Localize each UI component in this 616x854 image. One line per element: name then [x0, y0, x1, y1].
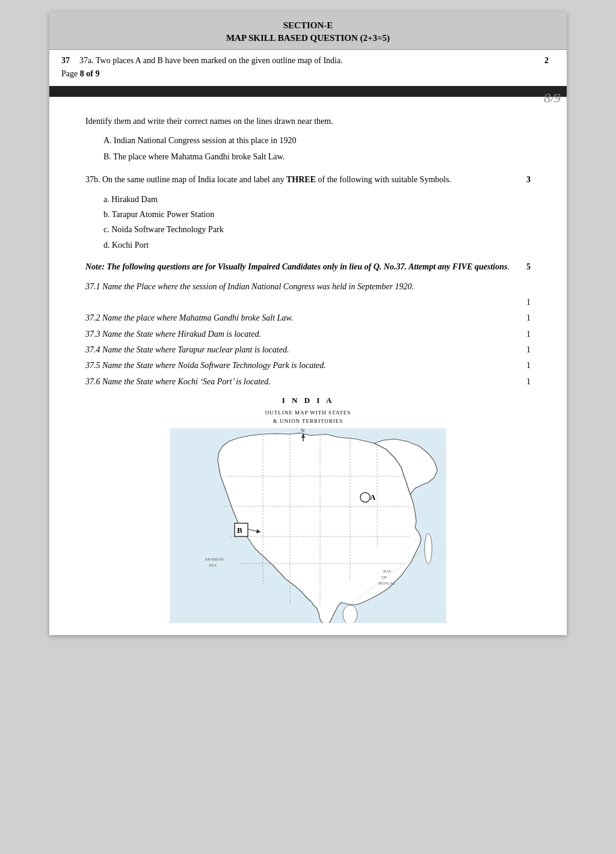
map-container: I N D I A OUTLINE MAP WITH STATES& UNION…: [85, 395, 531, 623]
vi-q37-2-marks: 1: [519, 312, 531, 325]
svg-point-10: [343, 605, 357, 623]
map-box: I N D I A OUTLINE MAP WITH STATES& UNION…: [170, 395, 446, 623]
vi-q37-2-text: 37.2 Name the place where Mahatma Gandhi…: [85, 312, 519, 325]
vi-q37-5-row: 37.5 Name the State where Noida Software…: [85, 359, 531, 372]
q37b-marks: 3: [519, 173, 531, 186]
vi-q37-6-marks: 1: [519, 375, 531, 389]
svg-text:SEA: SEA: [209, 563, 217, 568]
section-title: SECTION-E: [61, 20, 555, 31]
vi-q37-4-marks: 1: [519, 343, 531, 357]
map-subtitle: OUTLINE MAP WITH STATES& UNION TERRITORI…: [170, 408, 446, 426]
india-map-svg: A B BAY OF BENGAL: [170, 428, 446, 623]
map-title: I N D I A: [170, 395, 446, 407]
vi-q37-1-text: 37.1 Name the Place where the session of…: [85, 280, 519, 293]
page-indicator: Page 8 of 9: [49, 68, 567, 84]
svg-text:BENGAL: BENGAL: [378, 581, 395, 586]
question-37-row: 37 37a. Two places A and B have been mar…: [49, 50, 567, 68]
content-area: Identify them and write their correct na…: [49, 97, 567, 635]
identify-item-a: A. Indian National Congress session at t…: [103, 134, 531, 147]
svg-point-11: [425, 533, 432, 564]
vi-q37-3-text: 37.3 Name the State where Hirakud Dam is…: [85, 328, 519, 341]
svg-text:BAY: BAY: [383, 569, 392, 574]
page-wrapper: SECTION-E MAP SKILL BASED QUESTION (2+3=…: [49, 12, 567, 635]
vi-q37-6-text: 37.6 Name the State where Kochi ‘Sea Por…: [85, 375, 519, 389]
section-subtitle: MAP SKILL BASED QUESTION (2+3=5): [61, 33, 555, 43]
vi-q37-6-row: 37.6 Name the State where Kochi ‘Sea Por…: [85, 375, 531, 389]
vi-q37-5-text: 37.5 Name the State where Noida Software…: [85, 359, 519, 372]
q37b-row: 37b. On the same outline map of India lo…: [85, 173, 531, 186]
dark-bar: [49, 86, 567, 97]
svg-text:A: A: [370, 493, 376, 502]
page-number-right: 8/9: [544, 90, 561, 106]
q37-number: 37: [61, 56, 79, 66]
vi-q37-3-row: 37.3 Name the State where Hirakud Dam is…: [85, 328, 531, 341]
page-bold: 8 of 9: [80, 69, 100, 78]
q37b-item-c: c. Noida Software Technology Park: [103, 223, 531, 236]
section-header: SECTION-E MAP SKILL BASED QUESTION (2+3=…: [49, 12, 567, 50]
q37-text: 37a. Two places A and B have been marked…: [79, 56, 537, 66]
q37-marks: 2: [537, 56, 549, 66]
note-row: Note: The following questions are for Vi…: [85, 260, 531, 274]
svg-text:N: N: [301, 428, 305, 434]
q37b-text: 37b. On the same outline map of India lo…: [85, 173, 519, 186]
blank-marks-1: 1: [519, 296, 531, 309]
q37b-item-b: b. Tarapur Atomic Power Station: [103, 208, 531, 221]
vi-q37-2-row: 37.2 Name the place where Mahatma Gandhi…: [85, 312, 531, 325]
vi-q37-4-row: 37.4 Name the State where Tarapur nuclea…: [85, 343, 531, 357]
svg-text:ARABIAN: ARABIAN: [205, 557, 224, 562]
vi-q37-3-marks: 1: [519, 328, 531, 341]
identify-list: A. Indian National Congress session at t…: [103, 134, 531, 164]
identify-item-b: B. The place where Mahatma Gandhi broke …: [103, 150, 531, 164]
svg-text:OF: OF: [381, 575, 387, 580]
vi-q37-4-text: 37.4 Name the State where Tarapur nuclea…: [85, 343, 519, 357]
vi-q37-1-row: 37.1 Name the Place where the session of…: [85, 280, 531, 293]
vi-q37-5-marks: 1: [519, 359, 531, 372]
q37b-item-d: d. Kochi Port: [103, 239, 531, 252]
q37b-list: a. Hirakud Dam b. Tarapur Atomic Power S…: [103, 193, 531, 253]
note-text: Note: The following questions are for Vi…: [85, 260, 519, 273]
note-marks: 5: [519, 260, 531, 274]
q37b-item-a: a. Hirakud Dam: [103, 193, 531, 206]
identify-instruction: Identify them and write their correct na…: [85, 115, 531, 128]
svg-text:B: B: [237, 526, 242, 535]
blank-line-1: 1: [85, 296, 531, 309]
